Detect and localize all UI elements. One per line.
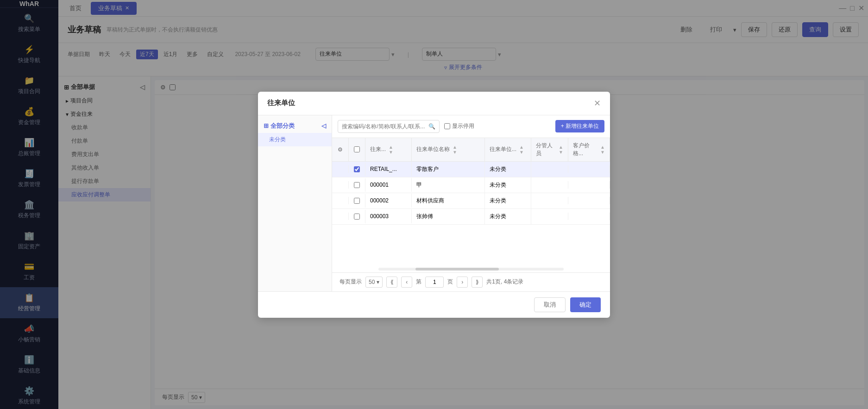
dialog-toolbar: 🔍 显示停用 + 新增往来单位 — [332, 115, 610, 138]
search-input[interactable] — [342, 123, 427, 130]
cancel-button[interactable]: 取消 — [534, 297, 566, 312]
counterpart-dialog: 往来单位 ✕ ⊞ 全部分类 ◁ 未分类 — [258, 92, 610, 318]
td-check-3[interactable] — [349, 194, 365, 208]
td-type-2: 未分类 — [485, 177, 531, 193]
table-select-all[interactable] — [354, 146, 360, 152]
per-page-label: 每页显示 — [340, 278, 362, 286]
th-person: 分管人员 ▲▼ — [531, 138, 568, 161]
td-name-3: 材料供应商 — [412, 193, 485, 208]
table-row[interactable]: 000001 甲 未分类 — [332, 177, 610, 193]
add-counterpart-button[interactable]: + 新增往来单位 — [555, 120, 604, 132]
row-checkbox-3[interactable] — [354, 198, 360, 204]
td-name-1: 零散客户 — [412, 162, 485, 177]
td-code-1: RETAIL_... — [365, 162, 412, 176]
counterpart-table: ⚙ 往来... ▲▼ 往来单位名称 ▲▼ 往来单 — [332, 138, 610, 266]
td-price-2 — [568, 181, 610, 189]
page-label: 页 — [447, 278, 453, 286]
search-icon: 🔍 — [428, 123, 435, 130]
td-check-1[interactable] — [349, 163, 365, 176]
th-code: 往来... ▲▼ — [365, 138, 412, 161]
show-disabled-checkbox[interactable]: 显示停用 — [444, 122, 474, 130]
horizontal-scrollbar[interactable] — [378, 268, 564, 271]
td-settings-4 — [332, 213, 349, 220]
category-collapse-icon[interactable]: ◁ — [321, 122, 326, 129]
table-row[interactable]: 000003 张帅傅 未分类 — [332, 209, 610, 225]
dialog-categories: ⊞ 全部分类 ◁ 未分类 — [258, 115, 332, 291]
category-header-label: 全部分类 — [270, 122, 295, 130]
row-checkbox-2[interactable] — [354, 182, 360, 188]
td-settings-1 — [332, 165, 349, 173]
pagination: 每页显示 50 ▾ ⟪ ‹ 第 页 › ⟫ 共1页, 4条记录 — [332, 272, 610, 291]
dialog-body: ⊞ 全部分类 ◁ 未分类 🔍 显示停用 — [258, 115, 610, 291]
search-box[interactable]: 🔍 — [338, 120, 440, 133]
per-page-select[interactable]: 50 ▾ — [365, 277, 383, 288]
td-type-1: 未分类 — [485, 162, 531, 177]
total-info: 共1页, 4条记录 — [486, 278, 523, 286]
th-type: 往来单位... ▲▼ — [485, 138, 531, 161]
th-price: 客户价格... ▲▼ — [568, 138, 610, 161]
scrollbar-area — [332, 266, 610, 272]
td-price-3 — [568, 197, 610, 204]
sort-icon-person: ▲▼ — [559, 145, 563, 155]
dialog-right: 🔍 显示停用 + 新增往来单位 ⚙ — [332, 115, 610, 291]
td-check-2[interactable] — [349, 178, 365, 192]
dialog-title: 往来单位 — [267, 99, 295, 107]
first-page-btn[interactable]: ⟪ — [386, 277, 397, 288]
th-name: 往来单位名称 ▲▼ — [412, 138, 485, 161]
per-page-dropdown-icon: ▾ — [377, 279, 379, 285]
td-code-2: 000001 — [365, 178, 412, 192]
th-settings[interactable]: ⚙ — [332, 138, 349, 161]
td-person-1 — [531, 165, 568, 173]
sort-icon-name: ▲▼ — [453, 145, 457, 155]
td-person-2 — [531, 181, 568, 189]
category-header: ⊞ 全部分类 ◁ — [258, 119, 332, 133]
sort-icon-type: ▲▼ — [519, 145, 524, 155]
page-word: 第 — [416, 278, 421, 286]
page-number-input[interactable] — [425, 277, 444, 288]
td-type-4: 未分类 — [485, 209, 531, 224]
td-code-4: 000003 — [365, 209, 412, 223]
td-price-1 — [568, 165, 610, 173]
disabled-checkbox[interactable] — [444, 123, 450, 129]
row-checkbox-1[interactable] — [354, 166, 360, 172]
row-checkbox-4[interactable] — [354, 214, 360, 220]
table-row[interactable]: 000002 材料供应商 未分类 — [332, 193, 610, 209]
td-person-4 — [531, 213, 568, 220]
next-page-btn[interactable]: › — [457, 277, 468, 288]
dialog-overlay: 往来单位 ✕ ⊞ 全部分类 ◁ 未分类 — [0, 0, 868, 409]
confirm-button[interactable]: 确定 — [570, 297, 601, 312]
category-uncategorized[interactable]: 未分类 — [258, 133, 332, 146]
td-check-4[interactable] — [349, 210, 365, 223]
sort-icon: ▲▼ — [389, 145, 393, 155]
td-settings-2 — [332, 181, 349, 189]
td-name-2: 甲 — [412, 177, 485, 193]
table-header: ⚙ 往来... ▲▼ 往来单位名称 ▲▼ 往来单 — [332, 138, 610, 162]
td-person-3 — [531, 197, 568, 204]
show-disabled-label: 显示停用 — [452, 122, 474, 130]
prev-page-btn[interactable]: ‹ — [401, 277, 412, 288]
dialog-close-icon[interactable]: ✕ — [594, 98, 601, 108]
dialog-header: 往来单位 ✕ — [258, 92, 610, 115]
sort-icon-price: ▲▼ — [600, 145, 605, 155]
last-page-btn[interactable]: ⟫ — [472, 277, 483, 288]
scrollbar-thumb[interactable] — [415, 268, 499, 271]
category-grid-icon: ⊞ — [264, 122, 269, 129]
td-type-3: 未分类 — [485, 193, 531, 208]
td-code-3: 000002 — [365, 194, 412, 208]
td-settings-3 — [332, 197, 349, 204]
table-row[interactable]: RETAIL_... 零散客户 未分类 — [332, 162, 610, 177]
th-check[interactable] — [349, 138, 365, 161]
td-name-4: 张帅傅 — [412, 209, 485, 224]
dialog-footer: 取消 确定 — [258, 291, 610, 318]
td-price-4 — [568, 213, 610, 220]
